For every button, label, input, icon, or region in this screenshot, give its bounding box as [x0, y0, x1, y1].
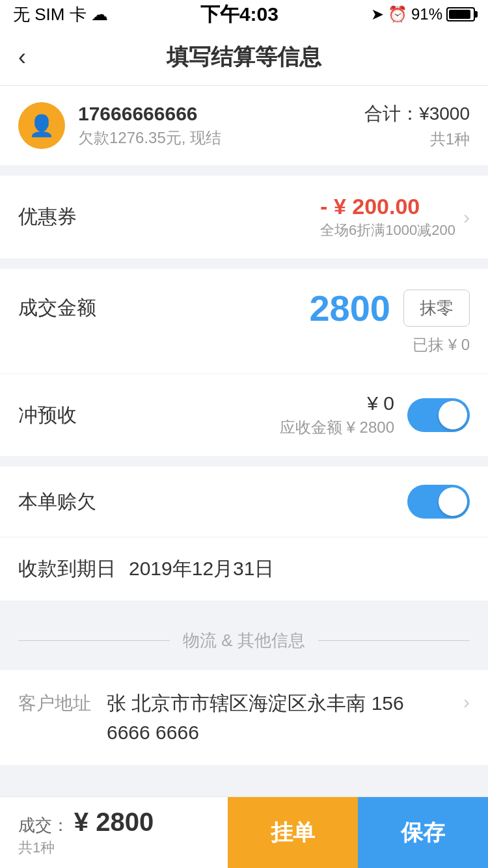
duedate-section: 收款到期日 2019年12月31日	[0, 537, 488, 601]
bottom-amount: ¥ 2800	[74, 807, 154, 836]
total-label: 合计：	[364, 103, 419, 124]
status-bar: 无 SIM 卡 ☁ 下午4:03 ➤ ⏰ 91%	[0, 0, 488, 29]
debt-toggle-knob	[439, 487, 467, 516]
page-title: 填写结算等信息	[167, 42, 321, 72]
deal-label: 成交金额	[18, 295, 96, 321]
debt-toggle[interactable]	[407, 485, 470, 519]
customer-phone: 17666666666	[78, 103, 221, 125]
divider-line-right	[318, 640, 470, 641]
back-button[interactable]: ‹	[18, 44, 26, 71]
divider-line-left	[18, 640, 170, 641]
coupon-info: - ¥ 200.00 全场6折满1000减200	[320, 194, 455, 240]
pending-button[interactable]: 挂单	[228, 797, 358, 869]
predeposit-row: 冲预收 ¥ 0 应收金额 ¥ 2800	[18, 392, 470, 438]
sim-status: 无 SIM 卡 ☁	[13, 3, 108, 26]
deal-sub-text: 已抹 ¥ 0	[18, 334, 470, 355]
predeposit-amount-wrap: ¥ 0 应收金额 ¥ 2800	[280, 392, 394, 438]
coupon-chevron-icon: ›	[463, 206, 470, 228]
bottom-summary: 成交： ¥ 2800 共1种	[0, 807, 228, 858]
status-right: ➤ ⏰ 91%	[371, 5, 475, 23]
battery-icon	[446, 7, 475, 21]
address-value: 张 北京市市辖区海淀区永丰南 156 6666 6666	[107, 688, 448, 747]
predeposit-toggle[interactable]	[407, 398, 470, 432]
predeposit-receivable: 应收金额 ¥ 2800	[280, 417, 394, 438]
customer-details: 17666666666 欠款1276.35元, 现结	[78, 103, 221, 148]
save-button[interactable]: 保存	[358, 797, 488, 869]
location-icon: ➤	[371, 5, 384, 23]
nav-bar: ‹ 填写结算等信息	[0, 29, 488, 86]
duedate-value: 2019年12月31日	[129, 556, 274, 582]
coupon-section[interactable]: 优惠券 - ¥ 200.00 全场6折满1000减200 ›	[0, 176, 488, 258]
coupon-desc: 全场6折满1000减200	[320, 221, 455, 240]
address-label: 客户地址	[18, 688, 91, 716]
total-label-text: 合计：¥3000	[364, 102, 470, 126]
predeposit-section: 冲预收 ¥ 0 应收金额 ¥ 2800	[0, 373, 488, 456]
customer-right: 合计：¥3000 共1种	[364, 102, 470, 150]
deal-value-wrap: 2800 抹零	[309, 287, 470, 329]
content-area: 👤 17666666666 欠款1276.35元, 现结 合计：¥3000 共1…	[0, 86, 488, 868]
customer-left: 👤 17666666666 欠款1276.35元, 现结	[18, 102, 221, 149]
debt-label: 本单赊欠	[18, 489, 96, 515]
bottom-count: 共1种	[18, 838, 210, 858]
coupon-right: - ¥ 200.00 全场6折满1000减200 ›	[320, 194, 470, 240]
bottom-deal-row: 成交： ¥ 2800	[18, 807, 210, 837]
total-count: 共1种	[364, 129, 470, 150]
duedate-label: 收款到期日	[18, 556, 116, 582]
round-off-button[interactable]: 抹零	[403, 290, 470, 327]
battery-percent: 91%	[411, 5, 442, 23]
customer-info-section: 👤 17666666666 欠款1276.35元, 现结 合计：¥3000 共1…	[0, 86, 488, 165]
coupon-discount: - ¥ 200.00	[320, 194, 455, 219]
bottom-bar: 成交： ¥ 2800 共1种 挂单 保存	[0, 796, 488, 868]
avatar: 👤	[18, 102, 65, 149]
deal-section: 成交金额 2800 抹零 已抹 ¥ 0 冲预收 ¥ 0 应收金额 ¥ 2800	[0, 269, 488, 456]
logistics-label: 物流 & 其他信息	[183, 629, 305, 652]
predeposit-right: ¥ 0 应收金额 ¥ 2800	[280, 392, 470, 438]
deal-amount: 2800	[309, 287, 390, 329]
customer-debt: 欠款1276.35元, 现结	[78, 128, 221, 148]
deal-row: 成交金额 2800 抹零	[18, 287, 470, 329]
debt-row: 本单赊欠	[0, 467, 488, 537]
total-value: ¥3000	[419, 103, 470, 124]
status-time: 下午4:03	[200, 1, 278, 28]
status-left: 无 SIM 卡 ☁	[13, 3, 108, 26]
deal-amount-row: 成交金额 2800 抹零 已抹 ¥ 0	[0, 269, 488, 373]
logistics-divider: 物流 & 其他信息	[0, 611, 488, 670]
predeposit-amount: ¥ 0	[280, 392, 394, 414]
clock-icon: ⏰	[388, 5, 407, 23]
address-section[interactable]: 客户地址 张 北京市市辖区海淀区永丰南 156 6666 6666 ›	[0, 670, 488, 765]
address-chevron-icon: ›	[463, 691, 470, 713]
bottom-deal-label: 成交：	[18, 815, 69, 835]
coupon-label: 优惠券	[18, 204, 77, 230]
predeposit-label: 冲预收	[18, 402, 77, 429]
debt-section: 本单赊欠 收款到期日 2019年12月31日	[0, 467, 488, 601]
toggle-knob	[439, 401, 467, 429]
battery-fill	[449, 10, 470, 19]
